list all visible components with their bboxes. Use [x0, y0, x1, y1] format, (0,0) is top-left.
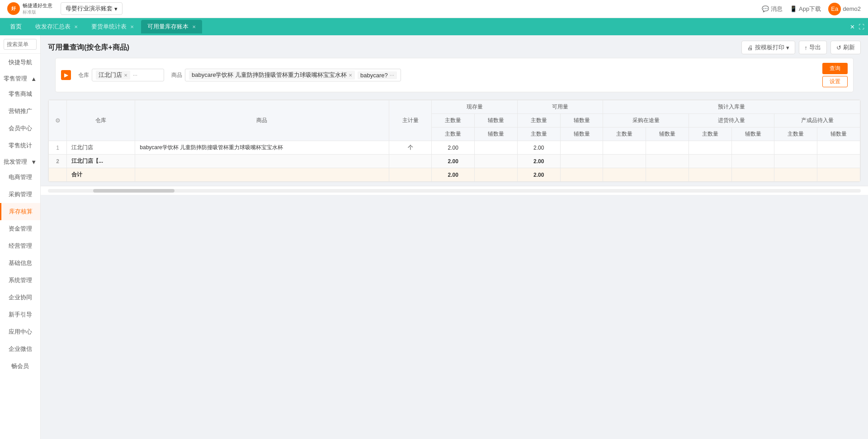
close-inventory-tab-icon[interactable]: ✕ — [192, 24, 196, 29]
sidebar-item-marketing[interactable]: 营销推广 — [0, 103, 40, 120]
sidebar-item-operations[interactable]: 经营管理 — [0, 237, 40, 255]
footer-inbound-aux — [731, 168, 774, 182]
download-label: App下载 — [799, 5, 821, 13]
print-button[interactable]: 🖨 按模板打印 ▾ — [741, 41, 795, 54]
remove-product-tag1-icon[interactable]: ✕ — [349, 73, 352, 78]
close-requisition-tab-icon[interactable]: ✕ — [130, 24, 134, 29]
sidebar-item-quicknav[interactable]: 快捷导航 — [0, 54, 40, 71]
table-row: 2 江北门店【... 2.00 2.00 — [49, 155, 860, 168]
page-actions: 🖨 按模板打印 ▾ ↑ 导出 ↺ 刷新 — [741, 41, 861, 54]
main-layout: 快捷导航 零售管理 ▲ 零售商城 营销推广 会员中心 零售统计 批发管理 ▼ 电… — [0, 35, 868, 439]
th-stock: 现存量 — [432, 100, 518, 114]
th-purchase-main: 主数量 — [603, 127, 646, 141]
footer-production-main — [774, 168, 817, 182]
row-avail-main-2: 2.00 — [517, 155, 560, 168]
product-tag-2: babycare? ··· — [358, 71, 397, 79]
row-warehouse-2: 江北门店【... — [67, 155, 135, 168]
sidebar-item-finance[interactable]: 资金管理 — [0, 220, 40, 237]
row-avail-aux-2 — [560, 155, 603, 168]
logo-sub: 标准版 — [23, 9, 52, 15]
sidebar-item-inventory[interactable]: 库存核算 — [0, 203, 40, 220]
query-button[interactable]: 查询 — [822, 63, 848, 74]
message-action[interactable]: 💬 消息 — [762, 5, 783, 13]
row-num-1: 1 — [49, 141, 67, 155]
logo-text: 畅捷通好生意 — [23, 2, 52, 9]
gear-icon[interactable]: ⚙ — [55, 117, 61, 124]
footer-avail-main: 2.00 — [517, 168, 560, 182]
product-input[interactable]: babycare学饮杯 儿童防摔防撞吸管杯重力球吸嘴杯宝宝水杯 ✕ babyca… — [185, 69, 401, 81]
th-inbound-main: 主数量 — [689, 127, 731, 141]
scrollbar-thumb[interactable] — [93, 189, 175, 193]
user-action[interactable]: Ea demo2 — [828, 3, 861, 15]
table-footer-row: 合计 2.00 2.00 — [49, 168, 860, 182]
warehouse-label: 仓库 — [78, 71, 89, 79]
row-stock-aux-1 — [475, 141, 518, 155]
sidebar-item-enterprise[interactable]: 企业协同 — [0, 289, 40, 306]
tab-home[interactable]: 首页 — [4, 20, 28, 33]
top-bar: 好 畅捷通好生意 标准版 母婴行业演示账套 ▾ 💬 消息 📱 App下载 Ea … — [0, 0, 868, 18]
search-input[interactable] — [4, 39, 37, 50]
sidebar-item-retail[interactable]: 零售管理 ▲ — [0, 71, 40, 85]
page-title: 可用量查询(按仓库+商品) — [48, 43, 129, 52]
sidebar-item-member[interactable]: 畅会员 — [0, 358, 40, 375]
tab-requisition[interactable]: 要货单统计表 ✕ — [85, 20, 140, 33]
sidebar-item-ecommerce[interactable]: 电商管理 — [0, 169, 40, 186]
th-stock-aux: 辅数量 — [475, 114, 518, 127]
sidebar-retailstat-label: 零售统计 — [9, 142, 32, 150]
receipts-tab-label: 收发存汇总表 — [35, 23, 71, 31]
th-stock-aux2: 辅数量 — [475, 127, 518, 141]
filter-toggle-button[interactable]: ▶ — [61, 70, 71, 80]
filter-wrapper: ▶ 仓库 江北门店 ✕ ··· 商品 — [41, 58, 868, 96]
logo-text-area: 畅捷通好生意 标准版 — [23, 2, 52, 15]
sidebar-finance-label: 资金管理 — [9, 225, 32, 233]
close-receipts-tab-icon[interactable]: ✕ — [74, 24, 78, 29]
th-avail-aux2: 辅数量 — [560, 127, 603, 141]
setting-button[interactable]: 设置 — [822, 76, 848, 87]
sidebar-item-purchase[interactable]: 采购管理 — [0, 186, 40, 203]
sidebar-item-bizwechat[interactable]: 企业微信 — [0, 340, 40, 358]
close-all-tabs-icon[interactable]: ✕ — [850, 24, 855, 30]
export-button[interactable]: ↑ 导出 — [799, 41, 827, 54]
sidebar-enterprise-label: 企业协同 — [9, 293, 32, 302]
sidebar-item-system[interactable]: 系统管理 — [0, 272, 40, 289]
scrollbar-track[interactable] — [48, 189, 861, 193]
refresh-button[interactable]: ↺ 刷新 — [830, 41, 861, 54]
tab-inventory[interactable]: 可用量库存账本 ✕ — [141, 20, 202, 33]
row-stock-main-1: 2.00 — [432, 141, 475, 155]
download-action[interactable]: 📱 App下载 — [790, 5, 821, 13]
chevron-print-icon: ▾ — [786, 44, 789, 51]
th-unit: 主计量 — [389, 100, 432, 141]
warehouse-input[interactable]: 江北门店 ✕ ··· — [92, 69, 164, 81]
inventory-tab-label: 可用量库存账本 — [147, 23, 189, 31]
th-production: 产成品待入量 — [774, 114, 860, 127]
chevron-icon: ▲ — [31, 76, 37, 82]
sidebar-item-basic[interactable]: 基础信息 — [0, 255, 40, 272]
sidebar-item-newguide[interactable]: 新手引导 — [0, 306, 40, 323]
sidebar-item-retailstat[interactable]: 零售统计 — [0, 137, 40, 154]
row-inbound-main-2 — [689, 155, 731, 168]
th-purchase-aux: 辅数量 — [646, 127, 689, 141]
sidebar-newguide-label: 新手引导 — [9, 311, 32, 319]
th-gear[interactable]: ⚙ — [49, 100, 67, 141]
sidebar-item-retailshop[interactable]: 零售商城 — [0, 85, 40, 103]
expand-icon[interactable]: ⛶ — [859, 24, 864, 30]
industry-selector[interactable]: 母婴行业演示账套 ▾ — [61, 2, 123, 15]
sidebar-item-appcenter[interactable]: 应用中心 — [0, 323, 40, 340]
sidebar-member-label: 畅会员 — [11, 362, 29, 370]
th-avail-main2: 主数量 — [517, 127, 560, 141]
product-filter: 商品 babycare学饮杯 儿童防摔防撞吸管杯重力球吸嘴杯宝宝水杯 ✕ bab… — [171, 69, 401, 81]
sidebar-item-membership[interactable]: 会员中心 — [0, 120, 40, 137]
sidebar-item-wholesale[interactable]: 批发管理 ▼ — [0, 154, 40, 169]
row-production-aux-1 — [817, 141, 860, 155]
tab-receipts[interactable]: 收发存汇总表 ✕ — [29, 20, 84, 33]
remove-warehouse-tag-icon[interactable]: ✕ — [124, 73, 127, 78]
th-available: 可用量 — [517, 100, 603, 114]
row-purchase-aux-1 — [646, 141, 689, 155]
nav-tabs-bar: 首页 收发存汇总表 ✕ 要货单统计表 ✕ 可用量库存账本 ✕ ✕ ⛶ — [0, 18, 868, 35]
bottom-scrollbar[interactable] — [41, 186, 868, 195]
footer-inbound-main — [689, 168, 731, 182]
footer-stock-main: 2.00 — [432, 168, 475, 182]
logo-icon: 好 — [7, 2, 20, 15]
warehouse-more-icon: ··· — [133, 72, 137, 78]
sidebar-appcenter-label: 应用中心 — [9, 328, 32, 336]
